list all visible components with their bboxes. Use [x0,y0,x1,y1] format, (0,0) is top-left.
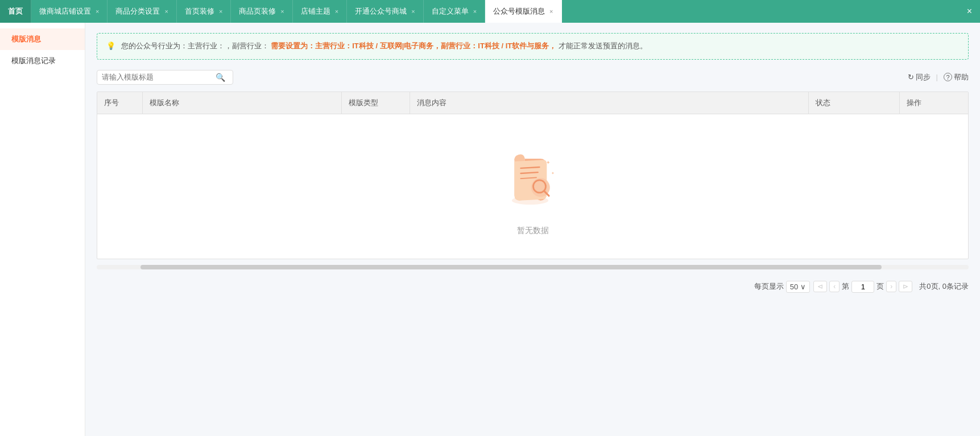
last-page-button[interactable]: ⊳ [899,281,912,292]
sync-button[interactable]: ↻ 同步 [908,72,931,82]
help-icon: ? [944,73,952,81]
search-row: 🔍 ↻ 同步 | ? 帮助 [97,70,969,85]
svg-text:✦: ✦ [551,171,554,176]
tab-bar: 首页微商城店铺设置×商品分类设置×首页装修×商品页装修×店铺主题×开通公众号商城… [0,0,980,23]
first-page-button[interactable]: ⊲ [813,281,827,292]
tab-wechat-shop[interactable]: 开通公众号商城× [347,0,423,23]
tab-close-button[interactable]: × [549,8,553,15]
main-content: 💡 您的公众号行业为：主营行业：，副营行业： 需要设置为：主营行业：IT科技 /… [85,23,980,436]
page-size-dropdown[interactable]: 50 ∨ [786,281,810,293]
tab-shop-settings[interactable]: 微商城店铺设置× [31,0,107,23]
col-name: 模版名称 [143,92,342,114]
tab-close-button[interactable]: × [96,8,99,15]
pagination: 每页显示 50 ∨ ⊲ ‹ 第 页 › ⊳ 共0页, 0条记录 [97,275,969,295]
empty-text: 暂无数据 [517,226,549,236]
help-button[interactable]: ? 帮助 [944,72,969,82]
col-type: 模版类型 [342,92,410,114]
table-header: 序号 模版名称 模版类型 消息内容 状态 操作 [97,92,968,114]
tab-label: 自定义菜单 [432,6,469,16]
tab-label: 开通公众号商城 [355,6,407,16]
sidebar-item-template-record[interactable]: 模版消息记录 [0,50,85,72]
tab-label: 商品分类设置 [115,6,160,16]
search-icon-button[interactable]: 🔍 [216,73,225,82]
page-number-input[interactable] [851,281,874,293]
tab-close-button[interactable]: × [164,8,168,15]
tab-store-theme[interactable]: 店铺主题× [293,0,347,23]
sync-icon: ↻ [908,73,914,81]
page-word: 第 [842,281,849,292]
tab-close-button[interactable]: × [219,8,222,15]
search-input-wrap: 🔍 [97,70,233,85]
tab-template-message[interactable]: 公众号模版消息× [485,0,561,23]
page-size-value: 50 [790,283,798,291]
empty-state: ✦ ✦ 暂无数据 [97,114,968,259]
svg-text:✦: ✦ [545,159,550,165]
sidebar: 模版消息模版消息记录 [0,23,85,436]
col-content: 消息内容 [410,92,809,114]
tab-close-button[interactable]: × [411,8,415,15]
tab-close-button[interactable]: × [335,8,338,15]
notice-icon: 💡 [106,41,115,50]
tab-label: 公众号模版消息 [493,6,545,16]
tab-label: 店铺主题 [301,6,330,16]
sync-help-area: ↻ 同步 | ? 帮助 [908,72,969,82]
col-actions: 操作 [900,92,968,114]
empty-icon: ✦ ✦ [499,148,567,217]
notice-banner: 💡 您的公众号行业为：主营行业：，副营行业： 需要设置为：主营行业：IT科技 /… [97,33,969,60]
tab-label: 商品页装修 [239,6,276,16]
main-layout: 模版消息模版消息记录 💡 您的公众号行业为：主营行业：，副营行业： 需要设置为：… [0,23,980,436]
page-nav: ⊲ ‹ 第 页 › ⊳ [813,281,912,293]
sidebar-item-template-message[interactable]: 模版消息 [0,28,85,50]
divider: | [936,73,938,81]
notice-highlight: 需要设置为：主营行业：IT科技 / 互联网|电子商务，副营行业：IT科技 / I… [271,41,556,50]
dropdown-arrow-icon: ∨ [800,283,806,291]
col-status: 状态 [809,92,900,114]
notice-suffix: 才能正常发送预置的消息。 [559,41,647,50]
global-close-button[interactable]: × [959,6,980,16]
tab-category-settings[interactable]: 商品分类设置× [107,0,176,23]
tab-close-button[interactable]: × [473,8,477,15]
search-input[interactable] [102,73,216,81]
tab-product-decor[interactable]: 商品页装修× [231,0,292,23]
prev-page-button[interactable]: ‹ [829,281,840,292]
tab-homepage-decor[interactable]: 首页装修× [177,0,231,23]
tab-close-button[interactable]: × [280,8,284,15]
page-unit: 页 [876,281,884,292]
data-table: 序号 模版名称 模版类型 消息内容 状态 操作 [97,92,969,259]
notice-prefix: 您的公众号行业为：主营行业：，副营行业： [121,41,269,50]
page-size-label: 每页显示 [754,281,784,292]
tab-custom-menu[interactable]: 自定义菜单× [424,0,485,23]
page-size-select: 每页显示 50 ∨ [754,281,810,293]
tab-label: 微商城店铺设置 [39,6,91,16]
scrollbar-thumb[interactable] [140,265,882,269]
col-index: 序号 [97,92,143,114]
tab-home[interactable]: 首页 [0,0,31,23]
total-info: 共0页, 0条记录 [919,281,969,292]
horizontal-scrollbar[interactable] [97,265,969,269]
tab-label: 首页装修 [185,6,214,16]
next-page-button[interactable]: › [886,281,896,292]
tab-label: 首页 [8,6,23,16]
